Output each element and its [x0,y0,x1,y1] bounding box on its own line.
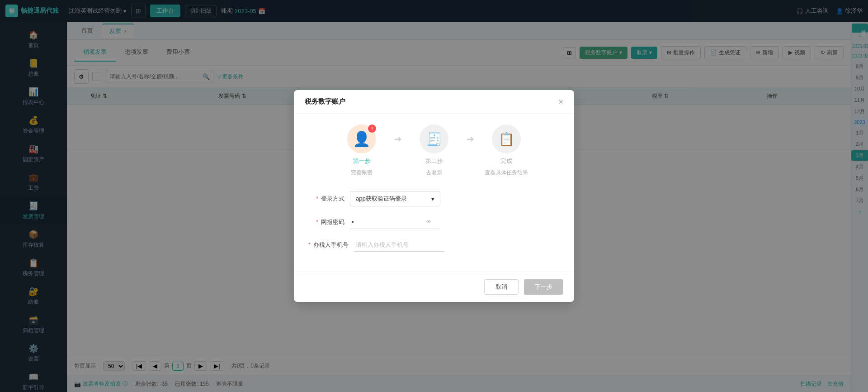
modal-body: 👤 ! 第一步 完善账密 ➔ 🧾 第二步 去取票 ➔ [294,114,574,272]
password-row: * 网报密码 👁 [308,215,560,229]
modal-next-btn[interactable]: 下一步 [524,279,563,295]
step-1-label: 第一步 [353,157,371,165]
required-star-3: * [308,241,311,248]
step-1: 👤 ! 第一步 完善账密 [335,124,389,177]
modal-form: * 登录方式 app获取验证码登录 ▾ * 网报密码 [308,191,560,252]
step-1-badge: ! [368,124,376,133]
steps-indicator: 👤 ! 第一步 完善账密 ➔ 🧾 第二步 去取票 ➔ [308,124,560,177]
required-star-2: * [316,219,318,225]
modal-title: 税务数字账户 [305,97,345,106]
phone-label: * 办税人手机号 [308,241,349,249]
step-3: 📋 完成 查看具体任务结果 [479,124,533,177]
password-input[interactable] [350,215,422,229]
login-method-label: * 登录方式 [308,195,344,203]
modal-header: 税务数字账户 × [294,90,574,114]
step-1-icon-wrap: 👤 ! [347,124,376,153]
step-2: 🧾 第二步 去取票 [407,124,461,177]
step-1-icon: 👤 [353,130,371,148]
select-chevron-icon: ▾ [431,196,434,202]
step-3-label: 完成 [500,157,512,165]
modal-overlay: 税务数字账户 × 👤 ! 第一步 完善账密 ➔ [0,0,868,392]
required-star: * [316,195,318,202]
step-3-icon-wrap: 📋 [492,124,521,153]
step-1-desc: 完善账密 [351,169,373,177]
modal-footer: 取消 下一步 [294,272,574,302]
step-2-icon-wrap: 🧾 [420,124,448,153]
login-method-row: * 登录方式 app获取验证码登录 ▾ [308,191,560,206]
password-field-wrap: 👁 [350,215,440,229]
modal-close-btn[interactable]: × [558,98,563,106]
phone-row: * 办税人手机号 [308,238,560,252]
step-2-desc: 去取票 [426,169,442,177]
password-label: * 网报密码 [308,218,344,226]
step-3-icon: 📋 [499,132,514,147]
step-3-desc: 查看具体任务结果 [485,169,528,177]
modal-cancel-btn[interactable]: 取消 [484,279,519,295]
step-2-label: 第二步 [425,157,443,165]
modal-dialog: 税务数字账户 × 👤 ! 第一步 完善账密 ➔ [294,90,574,302]
login-method-select[interactable]: app获取验证码登录 ▾ [350,191,440,206]
phone-input[interactable] [354,238,444,252]
step-arrow-2: ➔ [461,124,479,144]
eye-toggle-icon[interactable]: 👁 [426,219,432,225]
login-method-value: app获取验证码登录 [356,195,407,203]
step-2-icon: 🧾 [426,132,442,147]
step-arrow-1: ➔ [389,124,407,144]
